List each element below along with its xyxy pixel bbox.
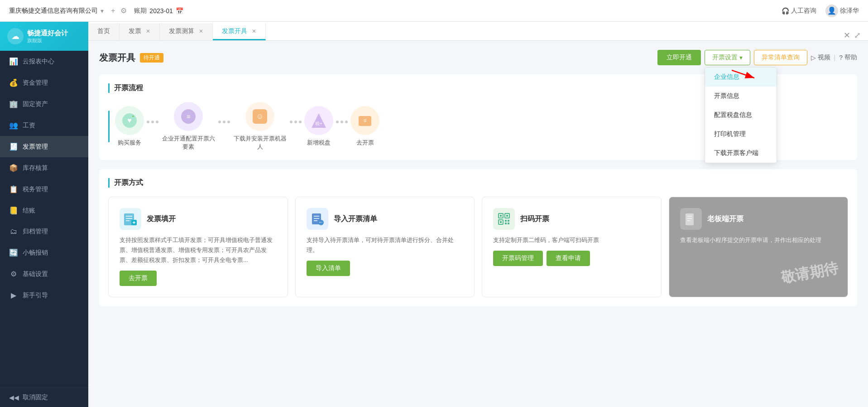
logo-area: ☁ 畅捷通好会计 旗舰版	[0, 22, 88, 51]
tab-close-window-icon[interactable]: ✕	[844, 30, 850, 40]
svg-text:+: +	[132, 114, 134, 119]
tab-fapiaokaju-close[interactable]: ✕	[252, 28, 256, 34]
watermark: 敬请期待	[779, 259, 840, 289]
sidebar-label: 固定资产	[23, 100, 48, 108]
sidebar-item-yunbiaobiao[interactable]: 📊 云报表中心	[0, 51, 88, 72]
sidebar-item-fapiao[interactable]: 🧾 发票管理	[0, 136, 88, 157]
svg-rect-29	[500, 215, 502, 217]
sidebar-item-xinshou[interactable]: ▶ 新手引导	[0, 285, 88, 306]
sidebar-label: 发票管理	[23, 143, 48, 151]
svg-rect-33	[508, 220, 509, 222]
tab-fapiaokaju[interactable]: 发票开具 ✕	[213, 23, 266, 40]
method-icon-2: ←	[307, 208, 328, 230]
method-icon-3	[493, 208, 515, 230]
method-header-2: ← 导入开票清单	[307, 208, 464, 230]
flow-step-1-wrapper: ♥ + 购买服务	[108, 106, 144, 147]
dropdown-item-invoice-info[interactable]: 开票信息	[705, 87, 777, 106]
calendar-icon[interactable]: 📅	[176, 7, 183, 15]
method-card-fill: 发票填开 支持按照发票样式手工填开发票；可开具增值税电子普通发票、增值税普通发票…	[108, 197, 288, 297]
activate-button[interactable]: 立即开通	[657, 50, 701, 65]
method-section-title: 开票方式	[108, 178, 848, 188]
method-desc-4: 查看老板端小程序提交的开票申请，并作出相应的处理	[680, 235, 837, 245]
tab-maximize-icon[interactable]: ⤢	[854, 30, 861, 40]
tab-fapiao-label: 发票	[129, 27, 141, 35]
dot	[345, 121, 348, 123]
svg-rect-31	[500, 221, 502, 223]
jiezhang-icon: 📒	[9, 206, 18, 215]
help-button[interactable]: ? 帮助	[839, 53, 857, 62]
flow-step-1: ♥ + 购买服务	[115, 106, 144, 147]
svg-line-1	[732, 70, 754, 78]
tab-fapiaokaju-label: 发票开具	[222, 27, 247, 35]
unpin-label: 取消固定	[23, 393, 48, 402]
divider: |	[834, 54, 836, 61]
method-btn-1[interactable]: 去开票	[120, 271, 157, 286]
tab-fapiao-close[interactable]: ✕	[146, 28, 150, 34]
company-dropdown-icon[interactable]: ▾	[101, 7, 104, 15]
support-button[interactable]: 🎧 人工咨询	[782, 7, 816, 15]
svg-text:☺: ☺	[256, 112, 264, 120]
sidebar-item-guidang[interactable]: 🗂 归档管理	[0, 221, 88, 242]
siwu-icon: 📋	[9, 185, 18, 194]
method-btn-3a[interactable]: 开票码管理	[493, 251, 543, 266]
help-icon: ?	[839, 54, 843, 61]
tab-fapiaocesuan-close[interactable]: ✕	[199, 28, 203, 34]
step-label-4: 新增税盘	[307, 139, 331, 147]
step-label-2: 企业开通配置开票六要素	[161, 135, 216, 151]
sidebar-label: 基础设置	[23, 270, 48, 278]
flow-step-4: 税+ 新增税盘	[304, 106, 333, 147]
sidebar-item-jichu[interactable]: ⚙ 基础设置	[0, 263, 88, 285]
sidebar-item-gongzi[interactable]: 👥 工资	[0, 115, 88, 136]
connector-3	[287, 121, 304, 123]
settings-button[interactable]: 开票设置 ▾	[705, 50, 750, 65]
sidebar-item-gudingzichan[interactable]: 🏢 固定资产	[0, 93, 88, 115]
user-avatar-icon: 👤	[825, 5, 838, 17]
sidebar-label: 库存核算	[23, 164, 48, 172]
sidebar-unpin-button[interactable]: ◀◀ 取消固定	[0, 388, 88, 407]
step-icon-1: ♥ +	[115, 106, 144, 135]
step-icon-5: ≡	[350, 106, 379, 135]
svg-rect-32	[505, 220, 507, 222]
sidebar-label: 工资	[23, 121, 35, 130]
tab-fapiaocesuan[interactable]: 发票测算 ✕	[160, 23, 213, 40]
step-label-1: 购买服务	[118, 139, 141, 147]
connector-1	[144, 121, 161, 123]
tab-fapiao[interactable]: 发票 ✕	[120, 23, 160, 40]
dot	[294, 121, 297, 123]
step-icon-3: ☺	[245, 102, 274, 131]
sidebar-item-kucun[interactable]: 📦 库存核算	[0, 157, 88, 179]
status-badge: 待开通	[140, 53, 163, 63]
sidebar-item-jiezhang[interactable]: 📒 结账	[0, 200, 88, 221]
dropdown-item-printer[interactable]: 打印机管理	[705, 125, 777, 144]
support-icon: 🎧	[782, 7, 789, 15]
tab-home[interactable]: 首页	[88, 23, 120, 40]
gongzi-icon: 👥	[9, 121, 18, 130]
anomaly-button[interactable]: 异常清单查询	[754, 50, 807, 65]
dropdown-item-download-client[interactable]: 下载开票客户端	[705, 144, 777, 163]
settings-button-label: 开票设置	[712, 53, 738, 62]
sidebar-item-zijin[interactable]: 💰 资金管理	[0, 72, 88, 93]
sidebar-item-xiaochang[interactable]: 🔄 小畅报销	[0, 242, 88, 263]
user-name: 徐泽华	[840, 7, 859, 15]
dot	[151, 121, 154, 123]
page-title-area: 发票开具 待开通	[99, 52, 163, 64]
sidebar-label: 新手引导	[23, 291, 48, 300]
method-btn-3b[interactable]: 查看申请	[547, 251, 590, 266]
method-btn-2[interactable]: 导入清单	[307, 261, 350, 276]
xinshou-icon: ▶	[9, 291, 18, 300]
user-info[interactable]: 👤 徐泽华	[825, 5, 859, 17]
svg-rect-34	[505, 223, 507, 224]
yunbiaobiao-icon: 📊	[9, 57, 18, 66]
methods-grid: 发票填开 支持按照发票样式手工填开发票；可开具增值税电子普通发票、增值税普通发票…	[108, 197, 848, 297]
dot	[227, 121, 230, 123]
dot	[218, 121, 221, 123]
method-title-4: 老板端开票	[707, 214, 743, 224]
add-tab-icon[interactable]: +	[111, 7, 115, 15]
dot	[223, 121, 225, 123]
video-button[interactable]: ▷ 视频	[811, 53, 830, 62]
sidebar-item-siwu[interactable]: 📋 税务管理	[0, 179, 88, 200]
dropdown-item-taxdisk-info[interactable]: 配置税盘信息	[705, 106, 777, 125]
method-desc-2: 支持导入待开票清单，可对待开票清单进行拆分、合并处理。	[307, 235, 464, 255]
settings-icon[interactable]: ⚙	[120, 6, 127, 15]
sidebar-label: 结账	[23, 207, 35, 215]
